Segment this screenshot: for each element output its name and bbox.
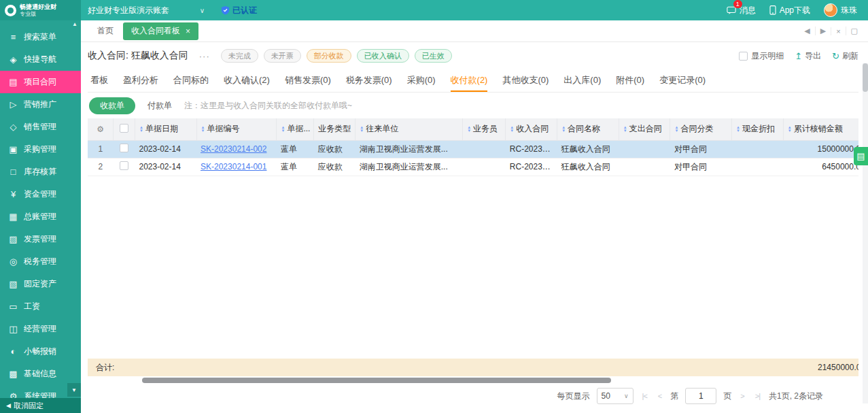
select-all-checkbox-cell[interactable] <box>114 118 135 140</box>
subtab-payments[interactable]: 付款单 <box>147 100 172 112</box>
side-panel-toggle-button[interactable]: ▤ <box>854 147 868 165</box>
unpin-sidebar-button[interactable]: ◀ 取消固定 <box>0 398 81 413</box>
sidebar-item-marketing[interactable]: ▷ 营销推广 <box>0 93 81 116</box>
doc-code-link[interactable]: SK-20230214-002 <box>201 144 266 154</box>
row-index: 2 <box>88 158 114 176</box>
column-header-doc-date[interactable]: ▲▼单据日期 <box>135 118 196 140</box>
sort-icon[interactable]: ▲▼ <box>467 126 471 133</box>
tab-revenue-confirm[interactable]: 收入确认(2) <box>224 69 270 92</box>
sort-icon[interactable]: ▲▼ <box>281 126 285 133</box>
sort-icon[interactable]: ▲▼ <box>788 126 792 133</box>
sidebar-item-inventory[interactable]: □ 库存核算 <box>0 161 81 183</box>
column-header-biz-type[interactable]: 业务类型 <box>314 118 355 140</box>
row-checkbox-cell[interactable] <box>114 140 135 158</box>
tab-income-contract-board[interactable]: 收入合同看板 × <box>123 22 198 40</box>
sidebar-item-tax[interactable]: ◎ 税务管理 <box>0 250 81 273</box>
tab-purchase[interactable]: 采购(0) <box>407 69 436 92</box>
sidebar-item-project-contract[interactable]: ▤ 项目合同 <box>0 71 81 93</box>
first-page-button[interactable]: |< <box>640 392 649 400</box>
column-header-partner[interactable]: ▲▼往来单位 <box>355 118 463 140</box>
box-icon: □ <box>8 167 18 177</box>
sort-icon[interactable]: ▲▼ <box>139 126 143 133</box>
sort-icon[interactable]: ▲▼ <box>510 126 514 133</box>
sidebar-item-base-info[interactable]: ▩ 基础信息 <box>0 363 81 385</box>
vertical-scrollbar-thumb[interactable] <box>863 63 868 92</box>
sidebar-item-purchase[interactable]: ▣ 采购管理 <box>0 138 81 161</box>
tab-other-income[interactable]: 其他收支(0) <box>502 69 549 92</box>
tab-change-log[interactable]: 变更记录(0) <box>659 69 706 92</box>
sidebar-item-funds[interactable]: ¥ 资金管理 <box>0 183 81 205</box>
per-page-select[interactable]: 50 ∨ <box>597 388 633 404</box>
close-tab-icon[interactable]: × <box>186 27 190 36</box>
sidebar-item-label: 发票管理 <box>24 233 56 245</box>
table-row[interactable]: 2 2023-02-14 SK-20230214-001 蓝单 应收款 湖南卫视… <box>88 158 858 176</box>
tab-profit-analysis[interactable]: 盈利分析 <box>123 69 158 92</box>
tab-sales-invoice[interactable]: 销售发票(0) <box>285 69 331 92</box>
column-header-contract-name[interactable]: ▲▼合同名称 <box>557 118 619 140</box>
sidebar-scroll-down-icon[interactable]: ▼ <box>67 383 81 397</box>
subtab-receipts[interactable]: 收款单 <box>89 97 135 114</box>
sidebar-item-quick-nav[interactable]: ◈ 快捷导航 <box>0 48 81 71</box>
account-selector[interactable]: 好业财专业版演示账套 ∨ <box>81 5 211 16</box>
app-download-button[interactable]: App下载 <box>769 5 810 16</box>
sort-icon[interactable]: ▲▼ <box>736 126 740 133</box>
tab-board[interactable]: 看板 <box>90 69 108 92</box>
sidebar-item-operations[interactable]: ◫ 经营管理 <box>0 318 81 340</box>
sort-icon[interactable]: ▲▼ <box>360 126 364 133</box>
column-header-cash-discount[interactable]: ▲▼现金折扣 <box>732 118 784 140</box>
close-all-icon[interactable]: × <box>831 27 845 35</box>
show-detail-checkbox[interactable] <box>739 52 748 61</box>
column-header-doc-code[interactable]: ▲▼单据编号 <box>196 118 277 140</box>
tab-tax-invoice[interactable]: 税务发票(0) <box>346 69 392 92</box>
purchase-icon: ▣ <box>8 144 18 154</box>
column-header-doc-type[interactable]: ▲▼单据... <box>277 118 314 140</box>
prev-tab-icon[interactable]: ◀ <box>799 27 814 35</box>
tab-stock-io[interactable]: 出入库(0) <box>563 69 601 92</box>
column-header-expense-contract[interactable]: ▲▼支出合同 <box>619 118 670 140</box>
page-number-input[interactable] <box>685 388 716 404</box>
doc-code-link[interactable]: SK-20230214-001 <box>201 162 266 171</box>
column-header-salesman[interactable]: ▲▼业务员 <box>463 118 506 140</box>
refresh-button[interactable]: ↻ 刷新 <box>832 50 858 62</box>
column-header-contract-category[interactable]: ▲▼合同分类 <box>670 118 732 140</box>
column-settings-button[interactable]: ⚙ <box>88 118 114 140</box>
show-detail-toggle[interactable]: 显示明细 <box>739 50 784 62</box>
tab-contract-subject[interactable]: 合同标的 <box>173 69 209 92</box>
column-header-income-contract[interactable]: ▲▼收入合同 <box>506 118 557 140</box>
prev-page-button[interactable]: < <box>656 392 663 400</box>
last-page-button[interactable]: >| <box>753 392 762 400</box>
export-button[interactable]: ↥ 导出 <box>795 50 821 62</box>
sidebar-item-search-menu[interactable]: ≡ 搜索菜单 <box>0 26 81 48</box>
sidebar-item-sales[interactable]: ◇ 销售管理 <box>0 116 81 138</box>
row-checkbox-cell[interactable] <box>114 158 135 176</box>
more-actions-button[interactable]: ··· <box>199 51 210 61</box>
export-icon: ↥ <box>795 51 802 61</box>
tab-home[interactable]: 首页 <box>88 25 123 37</box>
messages-button[interactable]: 1 消息 <box>727 5 756 16</box>
sort-icon[interactable]: ▲▼ <box>201 126 205 133</box>
sidebar-item-reimburse[interactable]: ◐ 小畅报销 <box>0 340 81 363</box>
tab-attachments[interactable]: 附件(0) <box>616 69 644 92</box>
sidebar-item-fixed-assets[interactable]: ▧ 固定资产 <box>0 273 81 295</box>
sidebar-scroll-up-icon[interactable]: ▲ <box>72 21 77 27</box>
sort-icon[interactable]: ▲▼ <box>623 126 627 133</box>
sidebar-item-general-ledger[interactable]: ▦ 总账管理 <box>0 205 81 228</box>
horizontal-scrollbar[interactable] <box>88 376 858 384</box>
row-checkbox[interactable] <box>120 144 128 152</box>
sort-icon[interactable]: ▲▼ <box>674 126 678 133</box>
fullscreen-icon[interactable]: ▢ <box>846 27 863 35</box>
sort-icon[interactable]: ▲▼ <box>561 126 566 133</box>
row-checkbox[interactable] <box>120 161 128 170</box>
next-tab-icon[interactable]: ▶ <box>815 27 831 35</box>
next-page-button[interactable]: > <box>738 392 746 400</box>
user-menu[interactable]: 珠珠 <box>824 3 857 17</box>
tab-payments[interactable]: 收付款(2) <box>451 69 488 92</box>
column-header-accumulated[interactable]: ▲▼累计核销金额 <box>783 118 858 140</box>
table-row[interactable]: 1 2023-02-14 SK-20230214-002 蓝单 应收款 湖南卫视… <box>88 140 858 158</box>
scrollbar-track[interactable] <box>88 378 858 383</box>
sidebar-item-salary[interactable]: ▭ 工资 <box>0 295 81 318</box>
select-all-checkbox[interactable] <box>120 124 128 133</box>
sidebar-item-invoice[interactable]: ▨ 发票管理 <box>0 228 81 250</box>
scrollbar-thumb[interactable] <box>142 378 611 383</box>
vertical-scrollbar[interactable] <box>863 63 868 403</box>
